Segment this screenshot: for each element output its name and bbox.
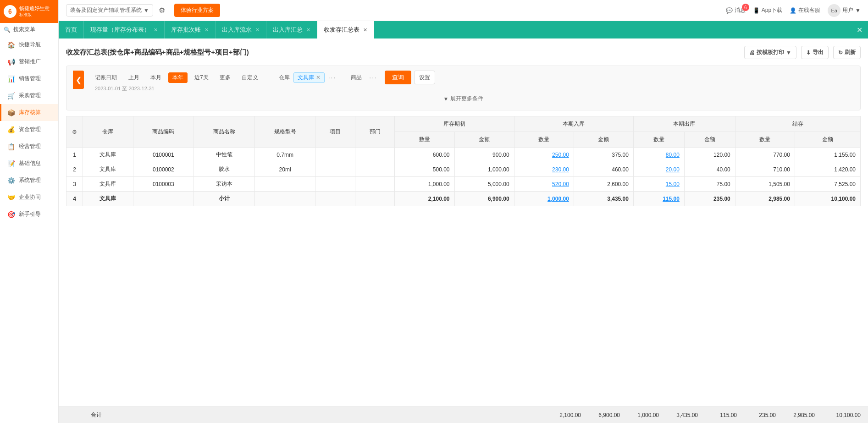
operation-icon: 📋 — [7, 143, 15, 150]
settings-icon[interactable]: ⚙ — [159, 6, 165, 15]
sidebar-item-sales[interactable]: 📊 销售管理 — [0, 70, 58, 87]
expand-down-icon: ▼ — [443, 96, 449, 102]
cell-in-amt: 3,435.00 — [574, 192, 633, 206]
cell-out-qty[interactable]: 15.00 — [633, 177, 684, 192]
sidebar-item-quicknav-label: 快捷导航 — [19, 41, 41, 49]
footer-opening-qty: 2,100.00 — [542, 412, 581, 418]
cell-seq: 3 — [66, 177, 83, 192]
cell-code — [133, 192, 194, 206]
header-right: 💬 消息 6 📱 App下载 👤 在线客服 Ea 用户 ▼ — [726, 4, 861, 17]
th-closing-qty: 数量 — [735, 132, 795, 148]
print-button[interactable]: 🖨 按模板打印 ▼ — [744, 46, 796, 59]
user-avatar-item[interactable]: Ea 用户 ▼ — [828, 4, 861, 17]
tab-inventory-dist[interactable]: 现存量（库存分布表） ✕ — [84, 21, 165, 38]
cell-out-amt: 235.00 — [684, 192, 735, 206]
date-btn-prev-month[interactable]: 上月 — [124, 72, 144, 83]
cell-warehouse: 文具库 — [83, 148, 133, 162]
footer-in-qty: 1,000.00 — [620, 412, 659, 418]
tab-inout-flow[interactable]: 出入库流水 ✕ — [216, 21, 266, 38]
table-settings-icon[interactable]: ⚙ — [72, 129, 77, 135]
tab-home[interactable]: 首页 — [59, 21, 84, 38]
system-selector[interactable]: 装备及固定资产辅助管理系统 ▼ — [66, 4, 153, 16]
tab-batch[interactable]: 库存批次账 ✕ — [165, 21, 216, 38]
cell-in-amt: 375.00 — [574, 148, 633, 162]
sidebar-item-system[interactable]: ⚙️ 系统管理 — [0, 172, 58, 189]
warehouse-tag-remove[interactable]: ✕ — [316, 74, 321, 81]
cell-project — [315, 177, 355, 192]
date-btn-more[interactable]: 更多 — [216, 72, 235, 83]
message-icon: 💬 — [726, 7, 733, 14]
date-btn-this-year[interactable]: 本年 — [168, 72, 188, 83]
date-btn-this-month[interactable]: 本月 — [146, 72, 166, 83]
export-icon: ⬇ — [806, 49, 811, 56]
sidebar-item-inventory[interactable]: 📦 库存核算 — [0, 104, 58, 121]
th-out-qty: 数量 — [633, 132, 684, 148]
th-opening-qty: 数量 — [395, 132, 454, 148]
table-row: 2 文具库 0100002 胶水 20ml 500.00 1,000.00 23… — [66, 162, 861, 177]
cell-out-qty[interactable]: 115.00 — [633, 192, 684, 206]
filter-settings-button[interactable]: 设置 — [414, 71, 435, 84]
search-menu-item[interactable]: 🔍 搜索菜单 — [0, 23, 58, 36]
warehouse-tag-text: 文具库 — [298, 74, 314, 82]
experience-button[interactable]: 体验行业方案 — [174, 4, 220, 17]
tab-inventory-dist-close[interactable]: ✕ — [154, 27, 158, 33]
date-btn-custom[interactable]: 自定义 — [238, 72, 262, 83]
top-header: 装备及固定资产辅助管理系统 ▼ ⚙ 体验行业方案 💬 消息 6 📱 App下载 … — [59, 0, 868, 21]
sidebar-item-system-label: 系统管理 — [19, 176, 41, 184]
cell-out-qty[interactable]: 20.00 — [633, 162, 684, 177]
print-chevron-icon: ▼ — [786, 49, 791, 56]
expand-more-btn[interactable]: ▼ 展开更多条件 — [73, 92, 854, 105]
sidebar-item-purchase[interactable]: 🛒 采购管理 — [0, 87, 58, 104]
th-name: 商品名称 — [194, 116, 255, 148]
cell-in-qty[interactable]: 230.00 — [514, 162, 574, 177]
tab-batch-close[interactable]: ✕ — [205, 27, 209, 33]
goods-dots[interactable]: ··· — [369, 74, 377, 81]
corp-icon: 🤝 — [7, 194, 15, 201]
online-service-item[interactable]: 👤 在线客服 — [790, 6, 820, 14]
date-btn-7days[interactable]: 近7天 — [190, 72, 213, 83]
tab-inout-summary-close[interactable]: ✕ — [306, 27, 310, 33]
filter-toggle[interactable]: ❮ — [73, 71, 84, 89]
sidebar-item-corp[interactable]: 🤝 企业协同 — [0, 189, 58, 206]
refresh-button[interactable]: ↻ 刷新 — [833, 46, 861, 59]
th-spec: 规格型号 — [254, 116, 315, 148]
tab-inout-flow-label: 出入库流水 — [222, 26, 252, 34]
sidebar-item-guide[interactable]: 🎯 新手引导 — [0, 206, 58, 223]
query-button[interactable]: 查询 — [385, 71, 411, 84]
guide-icon: 🎯 — [7, 211, 15, 218]
cell-opening-amt: 6,900.00 — [454, 192, 514, 206]
app-download-item[interactable]: 📱 App下载 — [753, 6, 782, 14]
cell-out-qty[interactable]: 80.00 — [633, 148, 684, 162]
finance-icon: 💰 — [7, 126, 15, 133]
cell-opening-amt: 1,000.00 — [454, 162, 514, 177]
th-out-amt: 金额 — [684, 132, 735, 148]
message-badge: 6 — [742, 4, 749, 11]
tab-inout-flow-close[interactable]: ✕ — [255, 27, 260, 33]
page-title: 收发存汇总表(按仓库+商品编码+商品+规格型号+项目+部门) — [66, 48, 249, 57]
tab-inout-summary[interactable]: 出入库汇总 ✕ — [266, 21, 317, 38]
sidebar-item-marketing[interactable]: 📢 营销推广 — [0, 53, 58, 70]
cell-in-qty[interactable]: 520.00 — [514, 177, 574, 192]
cell-in-qty[interactable]: 250.00 — [514, 148, 574, 162]
page-actions: 🖨 按模板打印 ▼ ⬇ 导出 ↻ 刷新 — [744, 46, 861, 59]
sidebar-item-basic[interactable]: 📝 基础信息 — [0, 155, 58, 172]
warehouse-dots[interactable]: ··· — [328, 74, 337, 81]
cell-closing-qty: 710.00 — [735, 162, 795, 177]
date-options: 上月 本月 本年 近7天 更多 自定义 — [124, 72, 262, 83]
cell-project — [315, 192, 355, 206]
sidebar-item-operation[interactable]: 📋 经营管理 — [0, 138, 58, 155]
sidebar-item-finance[interactable]: 💰 资金管理 — [0, 121, 58, 138]
logo-text: 畅捷通好生意 — [19, 5, 50, 12]
export-button[interactable]: ⬇ 导出 — [801, 46, 829, 59]
sidebar-item-quicknav[interactable]: 🏠 快捷导航 — [0, 36, 58, 53]
tab-recv-summary[interactable]: 收发存汇总表 ✕ — [317, 21, 374, 38]
warehouse-filter: 仓库 文具库 ✕ ··· — [279, 72, 337, 83]
cell-in-qty[interactable]: 1,000.00 — [514, 192, 574, 206]
tab-home-label: 首页 — [65, 26, 77, 34]
footer-closing-amt: 10,100.00 — [815, 412, 861, 418]
tab-recv-summary-close[interactable]: ✕ — [363, 27, 367, 33]
tab-bar-close[interactable]: ✕ — [851, 21, 868, 38]
cell-in-amt: 2,600.00 — [574, 177, 633, 192]
messages-item[interactable]: 💬 消息 6 — [726, 6, 746, 14]
cell-code: 0100003 — [133, 177, 194, 192]
